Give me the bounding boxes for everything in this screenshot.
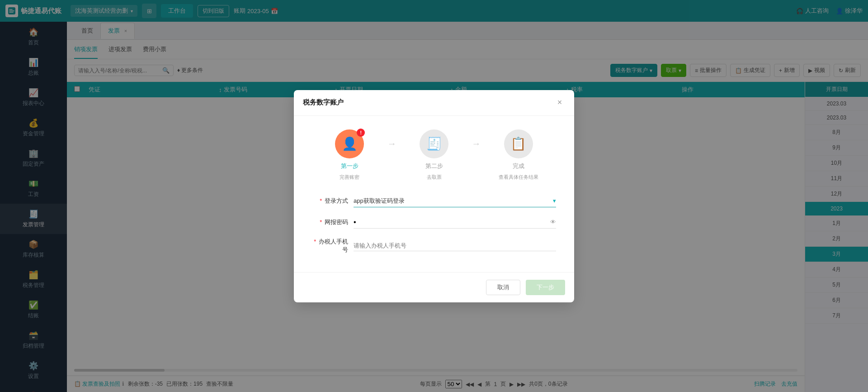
toggle-password-icon[interactable]: 👁 bbox=[550, 219, 556, 225]
step-1-desc: 完善账密 bbox=[340, 174, 359, 181]
next-button[interactable]: 下一步 bbox=[526, 280, 565, 295]
password-control: 👁 bbox=[354, 216, 556, 229]
step-2-icon: 🧾 bbox=[426, 136, 442, 151]
select-chevron-icon: ▾ bbox=[553, 197, 556, 204]
step-3-title: 完成 bbox=[513, 162, 524, 170]
step-arrow-2: → bbox=[472, 129, 481, 149]
tax-digital-account-modal: 税务数字账户 × 👤 ! 第一步 完善账密 → bbox=[294, 90, 574, 302]
phone-row: * 办税人手机号 bbox=[312, 238, 556, 254]
phone-input[interactable] bbox=[354, 242, 556, 249]
step-3: 📋 完成 查看具体任务结果 bbox=[481, 129, 556, 181]
step-1-icon-wrap: 👤 ! bbox=[335, 129, 364, 158]
step-1-badge: ! bbox=[357, 129, 365, 137]
password-input-wrap: 👁 bbox=[354, 216, 556, 229]
modal-header: 税务数字账户 × bbox=[294, 90, 574, 116]
step-arrow-1: → bbox=[387, 129, 396, 149]
step-1: 👤 ! 第一步 完善账密 bbox=[312, 129, 387, 181]
modal-close-button[interactable]: × bbox=[554, 97, 565, 108]
step-2: 🧾 第二步 去取票 bbox=[396, 129, 472, 181]
login-method-control: app获取验证码登录 ▾ bbox=[354, 195, 556, 207]
step-1-icon: 👤 bbox=[342, 136, 358, 151]
phone-control bbox=[354, 240, 556, 251]
modal-footer: 取消 下一步 bbox=[294, 272, 574, 302]
cancel-button[interactable]: 取消 bbox=[486, 280, 520, 295]
step-3-icon-wrap: 📋 bbox=[504, 129, 533, 158]
step-2-icon-wrap: 🧾 bbox=[420, 129, 448, 158]
modal-title: 税务数字账户 bbox=[303, 98, 344, 107]
step-2-desc: 去取票 bbox=[427, 174, 442, 181]
password-label: * 网报密码 bbox=[312, 218, 348, 226]
step-3-desc: 查看具体任务结果 bbox=[499, 174, 538, 181]
step-1-title: 第一步 bbox=[341, 162, 359, 170]
modal-overlay: 税务数字账户 × 👤 ! 第一步 完善账密 → bbox=[0, 0, 868, 392]
phone-input-wrap bbox=[354, 240, 556, 251]
login-method-row: * 登录方式 app获取验证码登录 ▾ bbox=[312, 195, 556, 207]
password-input[interactable] bbox=[354, 218, 550, 226]
steps-indicator: 👤 ! 第一步 完善账密 → 🧾 第二步 去取票 → bbox=[312, 129, 556, 181]
login-method-select[interactable]: app获取验证码登录 ▾ bbox=[354, 195, 556, 207]
login-method-label: * 登录方式 bbox=[312, 197, 348, 205]
password-row: * 网报密码 👁 bbox=[312, 216, 556, 229]
modal-body: 👤 ! 第一步 完善账密 → 🧾 第二步 去取票 → bbox=[294, 116, 574, 272]
step-3-icon: 📋 bbox=[510, 136, 526, 151]
phone-label: * 办税人手机号 bbox=[312, 238, 348, 254]
step-2-title: 第二步 bbox=[425, 162, 443, 170]
